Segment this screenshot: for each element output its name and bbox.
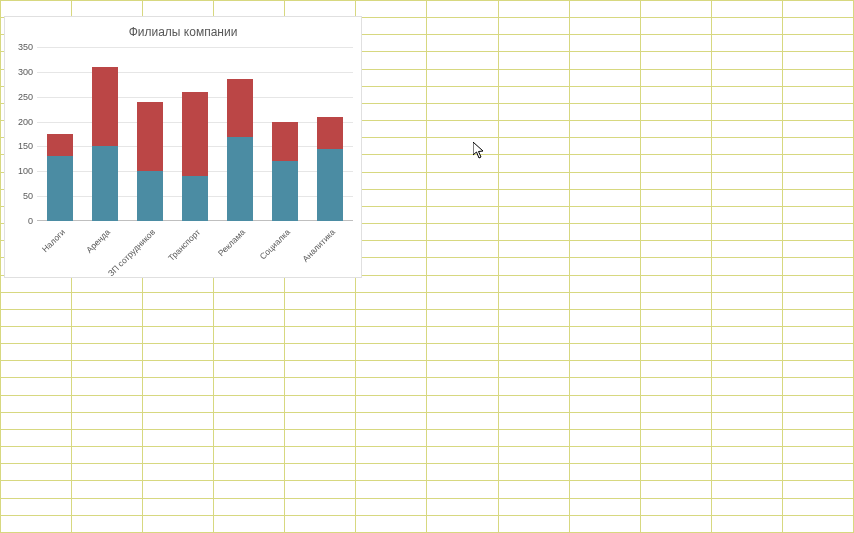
cell[interactable]	[498, 344, 569, 361]
cell[interactable]	[214, 447, 285, 464]
cell[interactable]	[1, 464, 72, 481]
cell[interactable]	[640, 241, 711, 258]
cell[interactable]	[640, 86, 711, 103]
cell[interactable]	[72, 481, 143, 498]
cell[interactable]	[711, 172, 782, 189]
cell[interactable]	[498, 121, 569, 138]
cell[interactable]	[143, 395, 214, 412]
cell[interactable]	[711, 241, 782, 258]
cell[interactable]	[782, 481, 853, 498]
cell[interactable]	[214, 412, 285, 429]
cell[interactable]	[1, 309, 72, 326]
cell[interactable]	[214, 292, 285, 309]
cell[interactable]	[498, 18, 569, 35]
cell[interactable]	[569, 395, 640, 412]
cell[interactable]	[640, 52, 711, 69]
cell[interactable]	[214, 309, 285, 326]
cell[interactable]	[427, 206, 498, 223]
cell[interactable]	[143, 378, 214, 395]
cell[interactable]	[782, 378, 853, 395]
cell[interactable]	[640, 155, 711, 172]
cell[interactable]	[1, 447, 72, 464]
cell[interactable]	[356, 515, 427, 532]
cell[interactable]	[498, 138, 569, 155]
cell[interactable]	[498, 103, 569, 120]
cell[interactable]	[640, 172, 711, 189]
cell[interactable]	[427, 35, 498, 52]
cell[interactable]	[427, 241, 498, 258]
cell[interactable]	[640, 1, 711, 18]
cell[interactable]	[356, 344, 427, 361]
cell[interactable]	[782, 206, 853, 223]
cell[interactable]	[285, 326, 356, 343]
cell[interactable]	[569, 172, 640, 189]
cell[interactable]	[569, 344, 640, 361]
cell[interactable]	[498, 309, 569, 326]
cell[interactable]	[782, 172, 853, 189]
cell[interactable]	[498, 275, 569, 292]
cell[interactable]	[427, 86, 498, 103]
cell[interactable]	[356, 464, 427, 481]
cell[interactable]	[285, 464, 356, 481]
cell[interactable]	[711, 412, 782, 429]
cell[interactable]	[782, 326, 853, 343]
cell[interactable]	[427, 464, 498, 481]
cell[interactable]	[72, 412, 143, 429]
cell[interactable]	[427, 103, 498, 120]
cell[interactable]	[72, 395, 143, 412]
cell[interactable]	[569, 69, 640, 86]
cell[interactable]	[711, 138, 782, 155]
cell[interactable]	[640, 395, 711, 412]
cell[interactable]	[569, 275, 640, 292]
cell[interactable]	[427, 429, 498, 446]
cell[interactable]	[285, 292, 356, 309]
cell[interactable]	[711, 121, 782, 138]
cell[interactable]	[356, 292, 427, 309]
cell[interactable]	[711, 344, 782, 361]
cell[interactable]	[498, 258, 569, 275]
cell[interactable]	[356, 86, 427, 103]
cell[interactable]	[640, 447, 711, 464]
cell[interactable]	[498, 206, 569, 223]
cell[interactable]	[143, 344, 214, 361]
cell[interactable]	[214, 361, 285, 378]
cell[interactable]	[427, 481, 498, 498]
cell[interactable]	[356, 429, 427, 446]
cell[interactable]	[72, 344, 143, 361]
cell[interactable]	[782, 361, 853, 378]
cell[interactable]	[285, 481, 356, 498]
cell[interactable]	[356, 309, 427, 326]
cell[interactable]	[711, 35, 782, 52]
cell[interactable]	[569, 189, 640, 206]
cell[interactable]	[569, 464, 640, 481]
cell[interactable]	[498, 86, 569, 103]
cell[interactable]	[569, 258, 640, 275]
cell[interactable]	[356, 103, 427, 120]
cell[interactable]	[285, 515, 356, 532]
cell[interactable]	[498, 464, 569, 481]
cell[interactable]	[782, 103, 853, 120]
cell[interactable]	[356, 378, 427, 395]
cell[interactable]	[640, 138, 711, 155]
cell[interactable]	[427, 69, 498, 86]
cell[interactable]	[356, 155, 427, 172]
cell[interactable]	[356, 258, 427, 275]
cell[interactable]	[1, 326, 72, 343]
cell[interactable]	[356, 121, 427, 138]
cell[interactable]	[356, 172, 427, 189]
cell[interactable]	[569, 18, 640, 35]
cell[interactable]	[711, 69, 782, 86]
cell[interactable]	[72, 378, 143, 395]
cell[interactable]	[782, 498, 853, 515]
cell[interactable]	[498, 35, 569, 52]
cell[interactable]	[498, 326, 569, 343]
cell[interactable]	[640, 481, 711, 498]
cell[interactable]	[427, 361, 498, 378]
cell[interactable]	[498, 241, 569, 258]
cell[interactable]	[640, 326, 711, 343]
cell[interactable]	[285, 344, 356, 361]
cell[interactable]	[356, 18, 427, 35]
cell[interactable]	[782, 292, 853, 309]
cell[interactable]	[427, 1, 498, 18]
cell[interactable]	[143, 292, 214, 309]
